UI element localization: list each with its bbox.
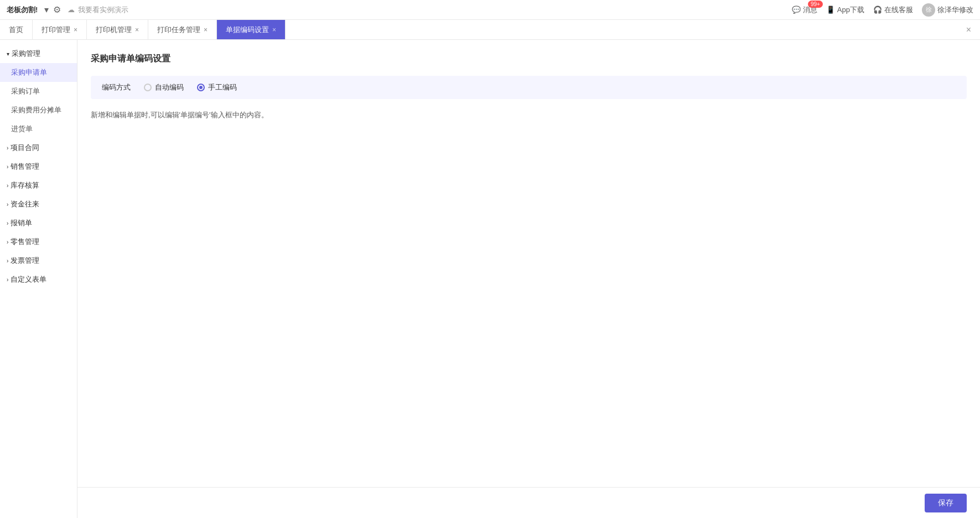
search-text: 我要看实例演示: [78, 5, 128, 15]
tab-print-mgmt-close[interactable]: ×: [74, 26, 77, 34]
top-bar-left: 老板勿割! ▾ ⚙ ☁ 我要看实例演示: [7, 4, 128, 15]
sidebar-group-purchase-mgmt-header[interactable]: ▾ 采购管理: [0, 44, 77, 63]
message-button[interactable]: 💬 消息 99+: [792, 5, 817, 15]
content-footer: 保存: [77, 487, 980, 518]
auto-encoding-option[interactable]: 自动编码: [144, 82, 184, 92]
app-download-label: App下载: [837, 5, 864, 15]
sidebar-group-return: › 报销单: [0, 214, 77, 232]
sidebar-group-retail-mgmt-header[interactable]: › 零售管理: [0, 232, 77, 251]
sidebar-group-sales-mgmt-label: 销售管理: [11, 162, 39, 172]
sidebar-item-purchase-expense[interactable]: 采购费用分摊单: [0, 101, 77, 120]
content-main: 采购申请单编码设置 编码方式 自动编码 手工编码 新增和编辑单据时,可以编辑'单…: [77, 40, 980, 487]
message-icon: 💬: [792, 6, 801, 14]
tab-single-code-setting-label: 单据编码设置: [226, 25, 269, 35]
sidebar-group-project-contract-label: 项目合同: [11, 143, 39, 153]
sidebar-group-return-header[interactable]: › 报销单: [0, 214, 77, 232]
tab-bar: 首页 打印管理 × 打印机管理 × 打印任务管理 × 单据编码设置 × ×: [0, 20, 980, 40]
sidebar-group-retail-mgmt-label: 零售管理: [11, 237, 39, 247]
tab-printer-mgmt-label: 打印机管理: [96, 25, 132, 35]
tab-print-mgmt[interactable]: 打印管理 ×: [33, 20, 87, 39]
sidebar-group-inventory-label: 库存核算: [11, 180, 39, 190]
chevron-right-icon-5: ›: [7, 220, 8, 226]
sidebar-group-custom-form: › 自定义表单: [0, 270, 77, 289]
sidebar-item-purchase-request[interactable]: 采购申请单: [0, 63, 77, 82]
sidebar-group-inventory: › 库存核算: [0, 176, 77, 195]
app-download-icon: 📱: [826, 6, 835, 14]
app-download-button[interactable]: 📱 App下载: [826, 5, 864, 15]
tab-printer-mgmt-close[interactable]: ×: [135, 26, 139, 34]
sidebar-group-purchase-mgmt: ▾ 采购管理 采购申请单 采购订单 采购费用分摊单 进货单: [0, 44, 77, 138]
encoding-label: 编码方式: [102, 82, 131, 92]
sidebar-group-return-label: 报销单: [11, 218, 32, 228]
sidebar-item-purchase-expense-label: 采购费用分摊单: [11, 106, 61, 114]
page-title: 采购申请单编码设置: [91, 53, 967, 65]
chevron-right-icon: ›: [7, 145, 8, 151]
sidebar-group-invoice-mgmt-label: 发票管理: [11, 256, 39, 266]
tab-bar-right: ×: [966, 20, 980, 39]
app-logo: 老板勿割!: [7, 5, 38, 15]
sidebar-group-project-contract: › 项目合同: [0, 138, 77, 157]
hint-text: 新增和编辑单据时,可以编辑'单据编号'输入框中的内容。: [91, 110, 967, 120]
online-service-button[interactable]: 🎧 在线客服: [873, 5, 913, 15]
tab-print-mgmt-label: 打印管理: [42, 25, 70, 35]
manual-encoding-radio[interactable]: [197, 84, 205, 91]
sidebar-group-retail-mgmt: › 零售管理: [0, 232, 77, 251]
tab-print-task-mgmt-label: 打印任务管理: [157, 25, 200, 35]
tab-bar-close-button[interactable]: ×: [966, 25, 971, 35]
top-bar-icons: ▾ ⚙: [44, 4, 61, 15]
dropdown-icon[interactable]: ▾: [44, 4, 49, 15]
chevron-right-icon-6: ›: [7, 239, 8, 245]
sidebar-group-inventory-header[interactable]: › 库存核算: [0, 176, 77, 195]
content-area: 采购申请单编码设置 编码方式 自动编码 手工编码 新增和编辑单据时,可以编辑'单…: [77, 40, 980, 518]
auto-encoding-radio[interactable]: [144, 84, 152, 91]
chevron-right-icon-3: ›: [7, 183, 8, 189]
sidebar-group-fund-label: 资金往来: [11, 199, 39, 209]
online-service-icon: 🎧: [873, 6, 882, 14]
tab-printer-mgmt[interactable]: 打印机管理 ×: [87, 20, 148, 39]
tab-print-task-mgmt[interactable]: 打印任务管理 ×: [148, 20, 217, 39]
sidebar-group-custom-form-label: 自定义表单: [11, 274, 46, 284]
tab-home-label: 首页: [9, 25, 23, 35]
sidebar-group-fund: › 资金往来: [0, 195, 77, 214]
sidebar-item-purchase-request-label: 采购申请单: [11, 68, 47, 76]
chevron-right-icon-2: ›: [7, 164, 8, 170]
chevron-right-icon-8: ›: [7, 277, 8, 283]
tab-home[interactable]: 首页: [0, 20, 33, 39]
search-icon: ☁: [68, 6, 75, 14]
sidebar-group-sales-mgmt: › 销售管理: [0, 157, 77, 176]
sidebar-item-purchase-order[interactable]: 采购订单: [0, 82, 77, 101]
tab-single-code-setting-close[interactable]: ×: [272, 26, 276, 34]
top-bar: 老板勿割! ▾ ⚙ ☁ 我要看实例演示 💬 消息 99+ 📱 App下载 🎧 在…: [0, 0, 980, 20]
user-profile-button[interactable]: 徐 徐泽华修改: [922, 3, 973, 17]
chevron-down-icon: ▾: [7, 51, 9, 57]
top-bar-right: 💬 消息 99+ 📱 App下载 🎧 在线客服 徐 徐泽华修改: [792, 3, 973, 17]
chevron-right-icon-7: ›: [7, 258, 8, 264]
encoding-section: 编码方式 自动编码 手工编码: [91, 76, 967, 99]
main-layout: ▾ 采购管理 采购申请单 采购订单 采购费用分摊单 进货单 › 项目合同: [0, 40, 980, 518]
manual-encoding-option[interactable]: 手工编码: [197, 82, 237, 92]
message-badge: 99+: [808, 1, 823, 8]
tab-single-code-setting[interactable]: 单据编码设置 ×: [217, 20, 286, 39]
tab-print-task-mgmt-close[interactable]: ×: [204, 26, 208, 34]
sidebar-item-stock-in[interactable]: 进货单: [0, 120, 77, 138]
save-button[interactable]: 保存: [925, 494, 967, 512]
settings-icon[interactable]: ⚙: [53, 4, 61, 15]
sidebar-group-invoice-mgmt: › 发票管理: [0, 251, 77, 270]
sidebar-item-stock-in-label: 进货单: [11, 125, 33, 133]
sidebar-group-purchase-mgmt-label: 采购管理: [12, 49, 40, 59]
avatar: 徐: [922, 3, 935, 17]
online-service-label: 在线客服: [884, 5, 913, 15]
sidebar-item-purchase-order-label: 采购订单: [11, 87, 40, 95]
sidebar-group-fund-header[interactable]: › 资金往来: [0, 195, 77, 214]
sidebar-group-invoice-mgmt-header[interactable]: › 发票管理: [0, 251, 77, 270]
user-name: 徐泽华修改: [937, 5, 973, 15]
sidebar-group-project-contract-header[interactable]: › 项目合同: [0, 138, 77, 157]
sidebar: ▾ 采购管理 采购申请单 采购订单 采购费用分摊单 进货单 › 项目合同: [0, 40, 77, 518]
chevron-right-icon-4: ›: [7, 201, 8, 208]
search-bar[interactable]: ☁ 我要看实例演示: [68, 5, 128, 15]
manual-encoding-label: 手工编码: [208, 82, 237, 92]
auto-encoding-label: 自动编码: [155, 82, 184, 92]
sidebar-group-sales-mgmt-header[interactable]: › 销售管理: [0, 157, 77, 176]
sidebar-group-custom-form-header[interactable]: › 自定义表单: [0, 270, 77, 289]
